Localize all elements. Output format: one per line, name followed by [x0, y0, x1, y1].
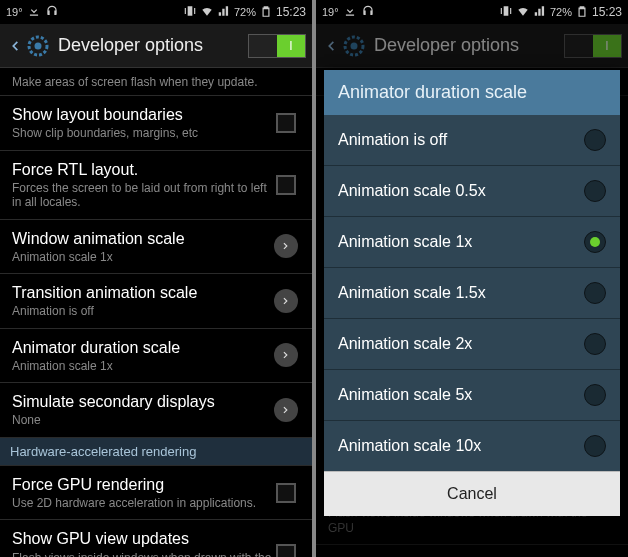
- row-sub: Use 2D hardware acceleration in applicat…: [12, 496, 272, 510]
- dialog-option[interactable]: Animation scale 5x: [324, 370, 620, 421]
- dialog-option[interactable]: Animation scale 10x: [324, 421, 620, 471]
- row-title: Window animation scale: [12, 229, 272, 248]
- row-flash-updates[interactable]: Make areas of screen flash when they upd…: [0, 68, 312, 96]
- gear-icon: [24, 32, 52, 60]
- signal-icon: [217, 4, 231, 21]
- status-time: 15:23: [592, 5, 622, 19]
- row-sub: Animation scale 1x: [12, 359, 272, 373]
- status-battery-pct: 72%: [234, 6, 256, 18]
- page-title: Developer options: [374, 35, 519, 56]
- section-hw-accel: Hardware-accelerated rendering: [0, 438, 312, 466]
- wifi-icon: [200, 4, 214, 21]
- chevron-right-icon: [272, 341, 300, 369]
- checkbox[interactable]: [272, 540, 300, 557]
- dialog-option[interactable]: Animation scale 2x: [324, 319, 620, 370]
- dialog-option[interactable]: Animation scale 1x: [324, 217, 620, 268]
- row-title: Animator duration scale: [12, 338, 272, 357]
- row-sub: Animation is off: [12, 304, 272, 318]
- status-battery-pct: 72%: [550, 6, 572, 18]
- radio-button[interactable]: [584, 384, 606, 406]
- chevron-right-icon: [272, 287, 300, 315]
- checkbox[interactable]: [272, 109, 300, 137]
- row-sub: Show clip boundaries, margins, etc: [12, 126, 272, 140]
- dialog-cancel-button[interactable]: Cancel: [324, 471, 620, 516]
- dialog-option[interactable]: Animation scale 1.5x: [324, 268, 620, 319]
- row-title: Force RTL layout.: [12, 160, 272, 179]
- status-time: 15:23: [276, 5, 306, 19]
- headphones-icon: [361, 4, 375, 21]
- header: Developer options I: [316, 24, 628, 68]
- status-bar: 19° 72% 15:23: [0, 0, 312, 24]
- dialog-option[interactable]: Animation scale 0.5x: [324, 166, 620, 217]
- row-title: Simulate secondary displays: [12, 392, 272, 411]
- row-title: Force GPU rendering: [12, 475, 272, 494]
- download-icon: [27, 4, 41, 21]
- dialog-option-label: Animation scale 0.5x: [338, 182, 486, 200]
- radio-button[interactable]: [584, 435, 606, 457]
- row-force-gpu-rendering[interactable]: Force GPU renderingUse 2D hardware accel…: [0, 466, 312, 521]
- dialog-option-label: Animation scale 2x: [338, 335, 472, 353]
- vibrate-icon: [499, 4, 513, 21]
- phone-right: 19° 72% 15:23 Developer options I Make a…: [316, 0, 628, 557]
- dialog-option[interactable]: Animation is off: [324, 115, 620, 166]
- dialog-option-label: Animation scale 1x: [338, 233, 472, 251]
- row-sub: Flash views inside windows when drawn wi…: [12, 551, 272, 557]
- battery-icon: [259, 4, 273, 21]
- row-sub: Forces the screen to be laid out from ri…: [12, 181, 272, 210]
- row-animator-duration-scale[interactable]: Animator duration scaleAnimation scale 1…: [0, 329, 312, 384]
- header: Developer options I: [0, 24, 312, 68]
- master-toggle: I: [564, 34, 622, 58]
- dialog-option-label: Animation scale 1.5x: [338, 284, 486, 302]
- status-bar: 19° 72% 15:23: [316, 0, 628, 24]
- phone-left: 19° 72% 15:23 Developer options I Make a…: [0, 0, 312, 557]
- dialog-animator-duration-scale: Animator duration scale Animation is off…: [324, 70, 620, 516]
- row-title: Show GPU view updates: [12, 529, 272, 548]
- row-simulate-secondary-displays[interactable]: Simulate secondary displaysNone: [0, 383, 312, 438]
- chevron-right-icon: [272, 232, 300, 260]
- row-sub: Animation scale 1x: [12, 250, 272, 264]
- status-temp: 19°: [6, 6, 23, 18]
- wifi-icon: [516, 4, 530, 21]
- row-show-layout-boundaries[interactable]: Show layout boundariesShow clip boundari…: [0, 96, 312, 151]
- checkbox[interactable]: [272, 171, 300, 199]
- headphones-icon: [45, 4, 59, 21]
- radio-button[interactable]: [584, 180, 606, 202]
- row-force-rtl[interactable]: Force RTL layout.Forces the screen to be…: [0, 151, 312, 220]
- row-show-gpu-view-updates[interactable]: Show GPU view updatesFlash views inside …: [0, 520, 312, 557]
- row-transition-animation-scale[interactable]: Transition animation scaleAnimation is o…: [0, 274, 312, 329]
- gear-icon: [340, 32, 368, 60]
- dialog-title: Animator duration scale: [324, 70, 620, 115]
- radio-button[interactable]: [584, 129, 606, 151]
- checkbox[interactable]: [272, 479, 300, 507]
- radio-button[interactable]: [584, 282, 606, 304]
- row-sub: Make areas of screen flash when they upd…: [12, 75, 300, 89]
- toggle-knob: I: [593, 35, 621, 57]
- page-title: Developer options: [58, 35, 203, 56]
- svg-point-1: [35, 42, 42, 49]
- vibrate-icon: [183, 4, 197, 21]
- row-title: Transition animation scale: [12, 283, 272, 302]
- status-temp: 19°: [322, 6, 339, 18]
- row-sub: None: [12, 413, 272, 427]
- row-title: Show layout boundaries: [12, 105, 272, 124]
- back-button: [322, 24, 340, 68]
- dialog-option-label: Animation is off: [338, 131, 447, 149]
- signal-icon: [533, 4, 547, 21]
- settings-list[interactable]: Make areas of screen flash when they upd…: [0, 68, 312, 557]
- dialog-option-label: Animation scale 5x: [338, 386, 472, 404]
- chevron-right-icon: [272, 396, 300, 424]
- radio-button[interactable]: [584, 231, 606, 253]
- download-icon: [343, 4, 357, 21]
- svg-point-3: [351, 42, 358, 49]
- dialog-option-label: Animation scale 10x: [338, 437, 481, 455]
- toggle-knob: I: [277, 35, 305, 57]
- row-window-animation-scale[interactable]: Window animation scaleAnimation scale 1x: [0, 220, 312, 275]
- dialog-overlay: Animator duration scale Animation is off…: [324, 70, 620, 551]
- radio-button[interactable]: [584, 333, 606, 355]
- back-button[interactable]: [6, 24, 24, 68]
- master-toggle[interactable]: I: [248, 34, 306, 58]
- battery-icon: [575, 4, 589, 21]
